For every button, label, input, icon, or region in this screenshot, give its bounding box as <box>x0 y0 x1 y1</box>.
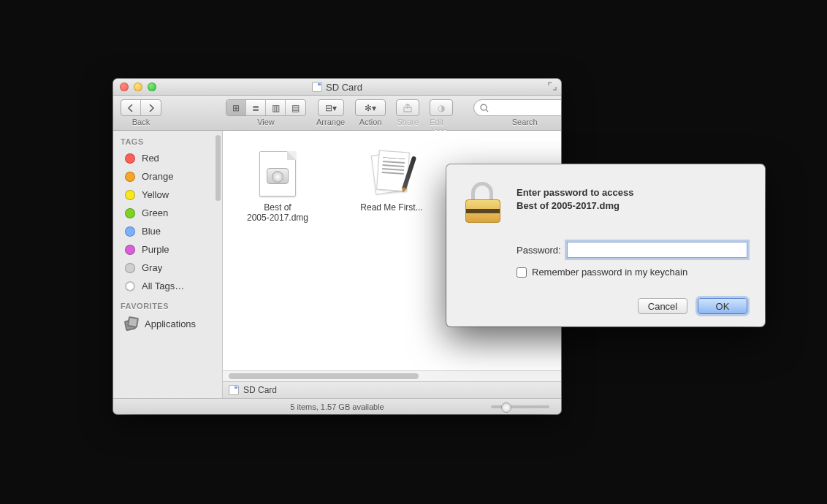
zoom-button[interactable] <box>148 83 156 91</box>
window-title-text: SD Card <box>326 82 362 93</box>
arrange-label: Arrange <box>316 118 345 126</box>
sidebar-item-label: Red <box>142 153 159 164</box>
share-group: Share <box>396 99 419 126</box>
tag-dot-icon <box>125 208 135 218</box>
action-group: ✻▾ Action <box>355 99 386 126</box>
search-input[interactable] <box>492 103 561 113</box>
tag-dot-icon <box>125 245 135 255</box>
icon-size-slider[interactable] <box>491 405 549 408</box>
forward-button[interactable] <box>141 100 161 115</box>
ok-button[interactable]: OK <box>698 298 747 314</box>
scrollbar-thumb[interactable] <box>229 373 419 379</box>
view-coverflow-button[interactable]: ▤ <box>286 100 305 115</box>
sidebar-tag-gray[interactable]: Gray <box>113 259 222 277</box>
dialog-message: Enter password to access Best of 2005-20… <box>517 183 633 212</box>
sidebar-item-label: Applications <box>145 318 196 329</box>
tag-dot-icon <box>125 153 135 164</box>
fullscreen-icon[interactable] <box>548 82 557 91</box>
view-columns-button[interactable]: ▥ <box>266 100 286 115</box>
close-button[interactable] <box>120 83 129 91</box>
tag-dot-icon <box>125 172 135 182</box>
cancel-button[interactable]: Cancel <box>638 298 687 314</box>
view-list-button[interactable]: ≣ <box>246 100 266 115</box>
minimize-button[interactable] <box>134 83 142 91</box>
dialog-line2: Best of 2005-2017.dmg <box>517 199 633 213</box>
back-button[interactable] <box>121 100 141 115</box>
horizontal-scrollbar[interactable] <box>223 370 561 381</box>
dialog-header: Enter password to access Best of 2005-20… <box>464 183 747 223</box>
arrange-group: ⊟▾ Arrange <box>316 99 345 126</box>
sidebar-item-label: Yellow <box>142 189 169 200</box>
sd-card-icon <box>312 82 322 92</box>
sidebar-scrollbar[interactable] <box>216 135 221 201</box>
password-input[interactable] <box>567 242 747 258</box>
sidebar: TAGS Red Orange Yellow Green Blue Purple… <box>113 131 223 398</box>
sidebar-tag-blue[interactable]: Blue <box>113 222 222 240</box>
file-item-readme[interactable]: Read Me First... <box>351 151 432 213</box>
edit-tags-button[interactable]: ◑ <box>430 100 452 115</box>
remember-label: Remember password in my keychain <box>532 267 687 278</box>
sidebar-fav-applications[interactable]: Applications <box>113 313 222 334</box>
tag-dot-icon <box>125 281 135 291</box>
path-location: SD Card <box>243 385 277 395</box>
rtfd-icon <box>368 151 415 198</box>
file-item-dmg[interactable]: Best of 2005-2017.dmg <box>237 151 318 223</box>
search-group: Search <box>473 99 561 126</box>
tag-dot-icon <box>125 226 135 237</box>
search-field-wrap[interactable] <box>473 99 561 116</box>
action-button[interactable]: ✻▾ <box>356 100 385 115</box>
dmg-icon <box>254 151 301 198</box>
sidebar-item-label: All Tags… <box>142 280 184 291</box>
dialog-buttons: Cancel OK <box>464 298 747 314</box>
sidebar-item-label: Gray <box>142 262 162 273</box>
dialog-line1: Enter password to access <box>517 186 633 199</box>
edit-tags-group: ◑ Edit Tags <box>430 99 453 135</box>
back-forward-group: Back <box>121 99 161 126</box>
file-name: Read Me First... <box>351 202 432 213</box>
status-bar: 5 items, 1.57 GB available <box>113 398 561 414</box>
sidebar-tag-orange[interactable]: Orange <box>113 167 222 186</box>
toolbar: Back ⊞ ≣ ▥ ▤ View ⊟▾ Arrange ✻▾ Action S… <box>113 96 561 131</box>
share-button[interactable] <box>397 100 419 115</box>
search-icon <box>480 104 489 112</box>
arrange-button[interactable]: ⊟▾ <box>319 100 343 115</box>
status-text: 5 items, 1.57 GB available <box>290 402 384 411</box>
search-label: Search <box>512 118 538 126</box>
sidebar-item-label: Orange <box>142 171 173 182</box>
sidebar-tag-purple[interactable]: Purple <box>113 240 222 259</box>
action-label: Action <box>359 118 382 126</box>
sidebar-item-label: Green <box>142 207 168 218</box>
password-row: Password: <box>464 242 747 258</box>
favorites-header: FAVORITES <box>113 295 222 313</box>
window-title: SD Card <box>113 82 561 93</box>
remember-checkbox[interactable] <box>517 267 527 278</box>
password-dialog: Enter password to access Best of 2005-20… <box>446 164 765 327</box>
svg-point-0 <box>481 104 487 110</box>
sidebar-item-label: Purple <box>142 244 169 255</box>
svg-line-1 <box>486 110 488 112</box>
file-name: Best of <box>237 202 318 213</box>
view-group: ⊞ ≣ ▥ ▤ View <box>226 99 306 126</box>
back-label: Back <box>132 118 150 126</box>
sidebar-item-label: Blue <box>142 226 161 237</box>
sd-card-icon <box>229 385 239 395</box>
sidebar-tag-yellow[interactable]: Yellow <box>113 186 222 204</box>
share-label: Share <box>397 118 418 126</box>
path-bar[interactable]: SD Card <box>223 381 561 398</box>
sidebar-tag-all[interactable]: All Tags… <box>113 277 222 295</box>
tag-dot-icon <box>125 263 135 273</box>
file-name: 2005-2017.dmg <box>237 213 318 223</box>
tags-header: TAGS <box>113 131 222 149</box>
sidebar-tag-red[interactable]: Red <box>113 149 222 167</box>
applications-icon <box>125 317 138 330</box>
view-label: View <box>257 118 275 126</box>
traffic-lights <box>113 83 156 91</box>
remember-row[interactable]: Remember password in my keychain <box>464 267 747 278</box>
password-label: Password: <box>517 245 561 256</box>
tag-dot-icon <box>125 190 135 200</box>
titlebar: SD Card <box>113 79 561 96</box>
sidebar-tag-green[interactable]: Green <box>113 204 222 222</box>
view-icons-button[interactable]: ⊞ <box>226 100 246 115</box>
lock-icon <box>464 182 502 223</box>
